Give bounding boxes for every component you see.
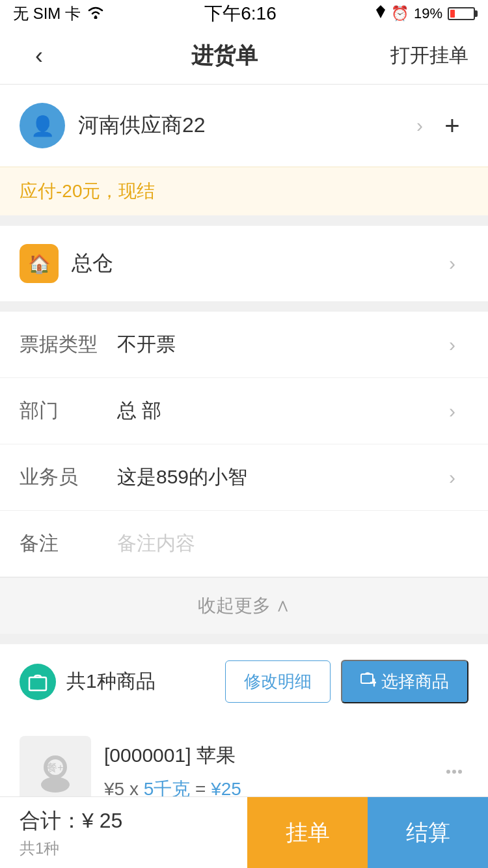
remark-label: 备注	[20, 530, 117, 557]
battery-percent: 19%	[414, 5, 442, 22]
product-more-button[interactable]	[440, 763, 468, 780]
product-name: [0000001] 苹果	[104, 742, 427, 769]
equals-sign: =	[190, 779, 211, 799]
warehouse-name: 总仓	[72, 249, 449, 278]
svg-point-4	[41, 777, 70, 793]
salesperson-chevron-icon: ›	[449, 467, 455, 489]
department-row[interactable]: 部门 总 部 ›	[0, 378, 488, 444]
total-amount: 合计：¥ 25	[20, 807, 228, 835]
select-product-label: 选择商品	[381, 670, 449, 693]
dot3	[458, 770, 462, 774]
add-supplier-button[interactable]: +	[436, 109, 468, 142]
svg-text:餐+: 餐+	[47, 762, 63, 773]
unit-price: ¥5 x	[104, 779, 144, 799]
invoice-type-label: 票据类型	[20, 331, 117, 358]
product-code: [0000001]	[104, 744, 197, 766]
supplier-card: 👤 河南供应商22 › + 应付-20元，现结	[0, 85, 488, 215]
bottom-bar: 合计：¥ 25 共1种 挂单 结算	[0, 796, 488, 868]
invoice-chevron-icon: ›	[449, 334, 455, 356]
product-thumb-icon: 餐+	[29, 746, 81, 798]
select-product-button[interactable]: 选择商品	[341, 660, 468, 703]
svg-point-0	[94, 16, 98, 20]
dot1	[446, 770, 450, 774]
select-product-icon	[360, 671, 376, 692]
quantity-value: 5千克	[144, 779, 191, 799]
product-info: [0000001] 苹果 ¥5 x 5千克 = ¥25	[104, 742, 427, 802]
collapse-button[interactable]: 收起更多 ∧	[0, 577, 488, 634]
battery-icon	[448, 7, 475, 20]
main-content: 👤 河南供应商22 › + 应付-20元，现结 🏠 总仓 › 票据类型 不开票 …	[0, 85, 488, 868]
back-button[interactable]: ‹	[20, 36, 59, 75]
location-icon	[375, 5, 386, 23]
nav-bar: ‹ 进货单 打开挂单	[0, 27, 488, 85]
department-value: 总 部	[117, 398, 449, 424]
avatar-icon: 👤	[31, 115, 55, 137]
supplier-row[interactable]: 👤 河南供应商22 › +	[0, 85, 488, 167]
supplier-chevron-icon: ›	[416, 115, 423, 137]
edit-detail-button[interactable]: 修改明细	[225, 660, 331, 703]
product-title: 苹果	[197, 744, 236, 766]
remark-placeholder: 备注内容	[117, 530, 468, 557]
svg-rect-1	[29, 677, 46, 690]
salesperson-row[interactable]: 业务员 这是859的小智 ›	[0, 444, 488, 511]
salesperson-label: 业务员	[20, 464, 117, 491]
alarm-icon: ⏰	[391, 5, 409, 22]
status-time: 下午6:16	[204, 1, 277, 26]
remark-row[interactable]: 备注 备注内容	[0, 511, 488, 577]
status-right: ⏰ 19%	[375, 5, 475, 23]
products-icon	[20, 664, 56, 700]
total-price: ¥25	[211, 779, 241, 799]
department-label: 部门	[20, 398, 117, 424]
products-header: 共1种商品 修改明细 选择商品	[0, 644, 488, 719]
carrier-text: 无 SIM 卡	[13, 3, 81, 24]
department-chevron-icon: ›	[449, 400, 455, 422]
supplier-name: 河南供应商22	[78, 111, 416, 140]
salesperson-value: 这是859的小智	[117, 464, 449, 491]
item-count: 共1种	[20, 838, 228, 859]
invoice-type-value: 不开票	[117, 331, 449, 358]
warehouse-chevron-icon: ›	[449, 252, 455, 275]
bottom-summary: 合计：¥ 25 共1种	[0, 797, 247, 868]
suspend-button[interactable]: 挂单	[247, 797, 368, 868]
status-left: 无 SIM 卡	[13, 3, 105, 24]
warehouse-card: 🏠 总仓 ›	[0, 226, 488, 301]
warehouse-row[interactable]: 🏠 总仓 ›	[0, 226, 488, 301]
warehouse-icon: 🏠	[20, 244, 59, 283]
fields-card: 票据类型 不开票 › 部门 总 部 › 业务员 这是859的小智 › 备注 备注…	[0, 312, 488, 634]
products-count: 共1种商品	[66, 668, 215, 695]
page-title: 进货单	[191, 41, 258, 71]
wifi-icon	[86, 5, 105, 23]
status-bar: 无 SIM 卡 下午6:16 ⏰ 19%	[0, 0, 488, 27]
open-pending-button[interactable]: 打开挂单	[390, 42, 468, 69]
total-label: 合计：	[20, 809, 82, 832]
invoice-type-row[interactable]: 票据类型 不开票 ›	[0, 312, 488, 378]
total-value: ¥ 25	[82, 809, 122, 832]
checkout-button[interactable]: 结算	[368, 797, 488, 868]
dot2	[452, 770, 456, 774]
supplier-notice: 应付-20元，现结	[0, 167, 488, 215]
supplier-avatar: 👤	[20, 103, 65, 148]
